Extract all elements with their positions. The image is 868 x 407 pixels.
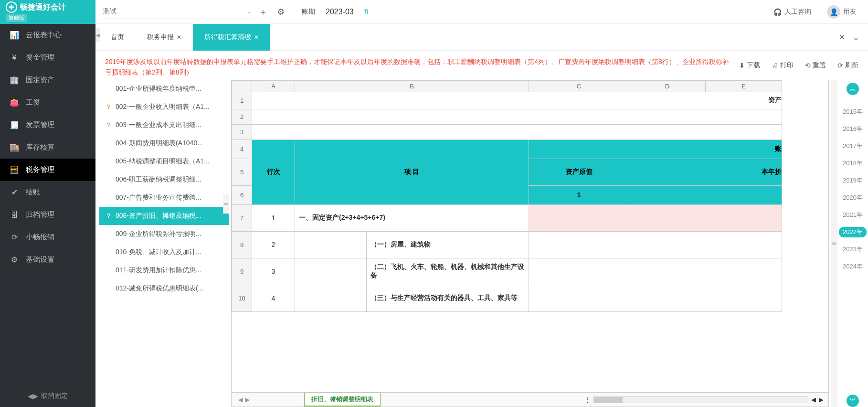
org-dropdown[interactable]: 测试 ⌵ [103, 4, 251, 19]
year-down[interactable]: ︾ [847, 395, 859, 407]
tab-2[interactable]: 所得税汇算清缴✕ [193, 24, 270, 51]
year-2015年[interactable]: 2015年 [840, 107, 866, 117]
year-2021年[interactable]: 2021年 [840, 210, 866, 220]
sidebar-collapse[interactable]: ◀ [95, 28, 100, 42]
year-2023年[interactable]: 2023年 [840, 244, 866, 255]
form-item-10[interactable]: 011-研发费用加计扣除优惠... [99, 261, 229, 279]
cell-val2-8[interactable] [629, 231, 782, 258]
form-item-5[interactable]: 006-职工薪酬纳税调整明细... [99, 171, 229, 189]
support-link[interactable]: 🎧 人工咨询 [773, 8, 811, 16]
tab-1[interactable]: 税务申报✕ [136, 24, 193, 51]
help-icon: ? [107, 103, 114, 110]
sheet-tab-menu[interactable]: ⋮ [584, 396, 591, 403]
sheet-nav-prev[interactable]: ▶ [245, 396, 250, 403]
year-2020年[interactable]: 2020年 [840, 193, 866, 203]
tab-more[interactable]: ⌵ [851, 30, 860, 44]
sidebar-item-0[interactable]: 📊云报表中心 [0, 24, 95, 46]
form-list-collapse[interactable]: ≪ [223, 194, 229, 214]
divider [819, 7, 819, 17]
cell-hx-10[interactable]: 4 [252, 285, 295, 311]
panel-expand[interactable]: ≫ [831, 80, 837, 407]
form-item-8[interactable]: 009-企业所得税弥补亏损明... [99, 225, 229, 243]
sheet-tab[interactable]: 折旧、摊销调整明细表 [304, 393, 381, 407]
user-menu[interactable]: 👤 用友 [827, 5, 857, 19]
top-header: ✚ 畅捷通好会计 旗舰版 测试 ⌵ ＋ ⚙ 账期 2023-03 🗓 🎧 人工咨… [0, 0, 868, 24]
cell-proj-7[interactable]: 一、固定资产(2+3+4+5+6+7) [295, 204, 529, 231]
form-item-7[interactable]: ?008-资产折旧、摊销及纳税... [99, 207, 229, 225]
cell-hx-9[interactable]: 3 [252, 258, 295, 285]
form-item-4[interactable]: 005-纳税调整项目明细表（A1... [99, 152, 229, 171]
cell-hx-7[interactable]: 1 [252, 204, 295, 231]
refresh-icon: ⟳ [837, 62, 843, 69]
sidebar-icon: ⟳ [10, 233, 19, 242]
form-item-3[interactable]: 004-期间费用明细表(A1040... [99, 134, 229, 152]
sidebar-item-2[interactable]: 🏢固定资产 [0, 69, 95, 91]
year-2017年[interactable]: 2017年 [840, 141, 866, 151]
form-item-9[interactable]: 010-免税、减计收入及加计... [99, 243, 229, 261]
scroll-right[interactable]: ▶ [819, 396, 824, 403]
hdr-dep: 本年折 [629, 159, 782, 185]
reset-icon: ⟲ [805, 62, 811, 69]
cell-val2-7[interactable] [629, 204, 782, 231]
col-head-A: A [252, 80, 295, 92]
year-2024年[interactable]: 2024年 [840, 261, 866, 272]
corner-cell [232, 80, 252, 92]
cell-val1-10[interactable] [529, 285, 629, 311]
tab-close-icon[interactable]: ✕ [177, 34, 181, 41]
form-item-6[interactable]: 007-广告费和业务宣传费跨... [99, 189, 229, 207]
form-item-1[interactable]: ?002-一般企业收入明细表（A1... [99, 98, 229, 116]
cell-proj-10[interactable]: （三）与生产经营活动有关的器具、工具、家具等 [367, 285, 529, 311]
sheet-nav-first[interactable]: ◀ [238, 396, 243, 403]
sidebar-label: 库存核算 [26, 143, 54, 152]
cell-hx-8[interactable]: 2 [252, 231, 295, 258]
sidebar-label: 归档管理 [26, 210, 54, 219]
cell-val1-7[interactable] [529, 204, 629, 231]
col-head-B: B [295, 80, 529, 92]
sidebar-item-8[interactable]: 🗄归档管理 [0, 204, 95, 226]
sidebar-icon: ✔ [10, 188, 19, 197]
sidebar-item-4[interactable]: 🧾发票管理 [0, 114, 95, 136]
year-up[interactable]: ︽ [847, 83, 859, 95]
sidebar-icon: 🏬 [10, 143, 19, 152]
sheet-title: 资产 [252, 92, 782, 109]
refresh-button[interactable]: ⟳刷新 [837, 61, 858, 70]
sidebar-icon: 🗄 [10, 211, 19, 219]
tab-0[interactable]: 首页 [99, 24, 136, 51]
cell-val1-9[interactable] [529, 258, 629, 285]
download-button[interactable]: ⬇下载 [739, 61, 760, 70]
tab-close-all[interactable]: ✕ [836, 30, 847, 44]
year-2018年[interactable]: 2018年 [840, 158, 866, 169]
form-item-2[interactable]: ?003-一般企业成本支出明细... [99, 116, 229, 134]
sidebar-item-7[interactable]: ✔结账 [0, 181, 95, 204]
print-button[interactable]: 🖨打印 [772, 61, 794, 70]
cell-proj-9[interactable]: （二）飞机、火车、轮船、机器、机械和其他生产设备 [367, 258, 529, 285]
sidebar-item-1[interactable]: ¥资金管理 [0, 46, 95, 69]
tab-close-icon[interactable]: ✕ [254, 34, 259, 41]
settings-icon[interactable]: ⚙ [275, 5, 286, 19]
year-2022年[interactable]: 2022年 [839, 227, 867, 237]
cell-val2-9[interactable] [629, 258, 782, 285]
scroll-left[interactable]: ◀ [811, 396, 816, 403]
form-item-11[interactable]: 012-减免所得税优惠明细表(... [99, 279, 229, 298]
cell-val2-10[interactable] [629, 285, 782, 311]
year-2019年[interactable]: 2019年 [840, 175, 866, 186]
sidebar-item-5[interactable]: 🏬库存核算 [0, 136, 95, 159]
sidebar-item-10[interactable]: ⚙基础设置 [0, 248, 95, 271]
add-button[interactable]: ＋ [257, 4, 269, 20]
sidebar-item-9[interactable]: ⟳小畅报销 [0, 226, 95, 248]
cell-proj-8[interactable]: （一）房屋、建筑物 [367, 231, 529, 258]
year-rail: ︽ 2015年2016年2017年2018年2019年2020年2021年202… [837, 80, 868, 407]
sidebar-item-6[interactable]: 🧮税务管理 [0, 159, 95, 181]
h-scrollbar[interactable] [593, 396, 808, 403]
reset-button[interactable]: ⟲重置 [805, 61, 826, 70]
print-icon: 🖨 [772, 62, 778, 69]
sidebar-item-3[interactable]: 👛工资 [0, 91, 95, 114]
form-item-0[interactable]: 001-企业所得税年度纳税申... [99, 80, 229, 98]
help-icon: ? [107, 121, 114, 129]
unpin-button[interactable]: ◀▶ 取消固定 [0, 385, 95, 407]
chevron-down-icon: ⌵ [247, 7, 251, 16]
tabs-bar: 首页税务申报✕所得税汇算清缴✕ ✕ ⌵ [95, 24, 868, 51]
calendar-icon[interactable]: 🗓 [362, 8, 369, 16]
year-2016年[interactable]: 2016年 [840, 124, 866, 134]
cell-val1-8[interactable] [529, 231, 629, 258]
